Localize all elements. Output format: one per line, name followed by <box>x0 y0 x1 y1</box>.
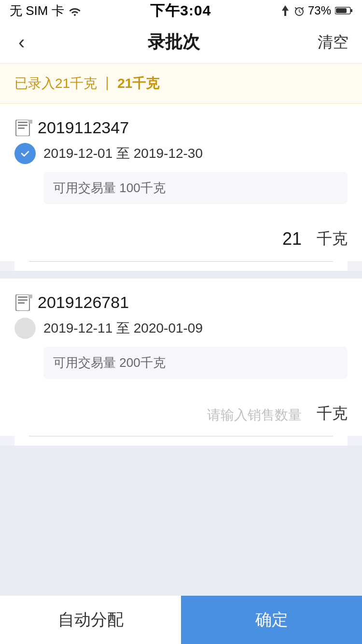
status-bar: 无 SIM 卡 下午3:04 73% <box>0 0 362 21</box>
batch-id-2: 2019126781 <box>38 293 129 312</box>
summary-bar: 已录入21千克 21千克 <box>0 64 362 104</box>
status-time: 下午3:04 <box>150 1 211 21</box>
input-underline-1 <box>14 261 348 271</box>
summary-value: 21千克 <box>117 74 159 93</box>
confirm-button[interactable]: 确定 <box>181 596 362 644</box>
nav-bar: ‹ 录批次 清空 <box>0 21 362 64</box>
empty-area <box>0 446 362 619</box>
batch-doc-icon-2 <box>14 294 33 311</box>
unit-label-2: 千克 <box>317 403 348 424</box>
summary-label: 已录入21千克 <box>14 74 97 93</box>
bottom-bar: 自动分配 确定 <box>0 596 362 644</box>
input-row-1: 千克 <box>0 219 362 261</box>
svg-rect-12 <box>18 302 25 304</box>
status-right: 73% <box>280 4 352 17</box>
wifi-icon <box>68 5 82 16</box>
batch-avail-qty-1: 可用交易量 100千克 <box>53 181 166 195</box>
unit-label-1: 千克 <box>317 228 348 250</box>
clear-button[interactable]: 清空 <box>318 32 348 53</box>
batch-date-2: 2019-12-11 至 2020-01-09 <box>43 319 203 337</box>
summary-divider <box>107 77 108 90</box>
alarm-icon <box>294 5 304 16</box>
batch-quantity-row-1: 可用交易量 100千克 <box>43 172 348 204</box>
batch-date-row-1[interactable]: 2019-12-01 至 2019-12-30 <box>14 143 348 164</box>
svg-rect-13 <box>28 294 32 298</box>
page-title: 录批次 <box>148 30 200 54</box>
batch-avail-qty-2: 可用交易量 200千克 <box>53 355 166 370</box>
quantity-input-1[interactable] <box>92 229 309 249</box>
svg-rect-11 <box>18 299 28 301</box>
back-button[interactable]: ‹ <box>14 27 29 58</box>
location-icon <box>280 5 291 16</box>
status-left: 无 SIM 卡 <box>10 2 82 19</box>
batch-id-1: 2019112347 <box>38 118 129 137</box>
auto-distribute-button[interactable]: 自动分配 <box>0 596 181 644</box>
svg-rect-2 <box>350 9 352 12</box>
svg-rect-10 <box>18 296 28 298</box>
svg-rect-8 <box>28 120 32 124</box>
batch-header-1: 2019112347 <box>14 118 348 137</box>
batch-date-row-2[interactable]: 2019-12-11 至 2020-01-09 <box>14 318 348 339</box>
svg-rect-5 <box>18 122 28 123</box>
svg-rect-6 <box>18 125 28 126</box>
batch-item-1: 2019112347 2019-12-01 至 2019-12-30 可用交易量… <box>0 104 362 219</box>
svg-rect-7 <box>18 127 25 129</box>
carrier-label: 无 SIM 卡 <box>10 2 64 19</box>
input-row-2: 千克 <box>0 393 362 436</box>
quantity-input-2[interactable] <box>92 404 309 424</box>
batch-checkbox-1[interactable] <box>14 143 36 164</box>
batch-doc-icon-1 <box>14 120 33 136</box>
batch-header-2: 2019126781 <box>14 293 348 312</box>
batch-checkbox-2[interactable] <box>14 318 36 339</box>
batch-quantity-row-2: 可用交易量 200千克 <box>43 347 348 379</box>
battery-icon <box>335 6 352 15</box>
battery-label: 73% <box>308 4 331 17</box>
section-separator <box>0 271 362 279</box>
batch-date-1: 2019-12-01 至 2019-12-30 <box>43 144 203 163</box>
input-underline-2 <box>14 436 348 446</box>
svg-rect-3 <box>336 8 347 13</box>
batch-item-2: 2019126781 2019-12-11 至 2020-01-09 可用交易量… <box>0 279 362 393</box>
